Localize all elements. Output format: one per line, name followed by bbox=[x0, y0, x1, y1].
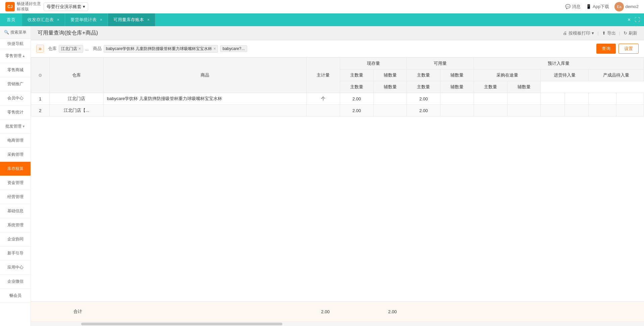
cell-incoming-aux bbox=[565, 93, 588, 105]
cell-warehouse: 江北门店【... bbox=[49, 105, 103, 117]
footer-avail-main: 2.00 bbox=[376, 307, 409, 316]
sidebar-item-ecommerce-label: 电商管理 bbox=[7, 138, 23, 143]
th-prod-main: 主数量 bbox=[474, 81, 507, 93]
cell-incoming-main bbox=[541, 105, 565, 117]
sidebar-item-purchase-label: 采购管理 bbox=[7, 152, 23, 157]
sidebar-item-retail-mall[interactable]: 零售商城 bbox=[0, 63, 31, 77]
sidebar-item-retail-mgmt[interactable]: 零售管理 ▲ bbox=[0, 49, 31, 63]
sidebar-item-newuser[interactable]: 新手引导 bbox=[0, 246, 31, 261]
footer-purchase-main bbox=[443, 310, 476, 314]
column-settings-icon[interactable]: ⚙ bbox=[38, 73, 42, 78]
sidebar-item-weixin-label: 企业微信 bbox=[7, 279, 23, 284]
product1-remove-btn[interactable]: × bbox=[213, 46, 216, 51]
th-stock-main: 主数量 bbox=[340, 69, 373, 81]
th-purchase-aux: 辅数量 bbox=[373, 81, 407, 93]
sidebar-item-weixin[interactable]: 企业微信 bbox=[0, 275, 31, 289]
sidebar-item-appcenter[interactable]: 应用中心 bbox=[0, 261, 31, 275]
page-header: 可用量查询(按仓库+商品) 🖨 按模板打印 ▾ | ⬆ 导出 | ↻ 刷新 bbox=[31, 26, 644, 40]
tab-expand-btn[interactable]: ⛶ bbox=[633, 15, 641, 24]
cell-index: 1 bbox=[31, 93, 50, 105]
footer-avail-aux bbox=[409, 310, 443, 314]
filter-toggle-btn[interactable]: » bbox=[36, 45, 44, 53]
logo-main-text: 畅捷通好生意 bbox=[17, 1, 41, 7]
th-purchase-main: 主数量 bbox=[340, 81, 373, 93]
th-prod-aux: 辅数量 bbox=[507, 81, 541, 93]
warehouse-value: 江北门店 bbox=[61, 46, 77, 52]
sidebar-search[interactable]: 🔍 搜索菜单 bbox=[0, 26, 31, 39]
tab-inventory[interactable]: 可用量库存账本 × bbox=[108, 13, 155, 26]
download-action[interactable]: 📱 App下载 bbox=[586, 4, 609, 10]
th-settings[interactable]: ⚙ bbox=[31, 58, 50, 93]
cell-prod-aux bbox=[616, 93, 644, 105]
message-action[interactable]: 💬 消息 bbox=[565, 4, 581, 10]
tab-close-all-btn[interactable]: × bbox=[626, 15, 632, 24]
cell-purchase-main bbox=[474, 105, 507, 117]
main-layout: 🔍 搜索菜单 快捷导航 零售管理 ▲ 零售商城 营销推广 会员中心 零售统计 批… bbox=[0, 26, 644, 326]
th-incoming-wait: 进货待入量 bbox=[541, 69, 589, 81]
print-template-btn[interactable]: 🖨 按模板打印 ▾ bbox=[563, 30, 594, 36]
user-action[interactable]: Ea demo2 bbox=[614, 2, 639, 11]
tab-receipts-label: 收发存汇总表 bbox=[28, 17, 54, 23]
sidebar-quick-nav-label: 快捷导航 bbox=[7, 41, 23, 46]
tab-receipts-close[interactable]: × bbox=[57, 17, 59, 22]
sidebar-item-system[interactable]: 系统管理 bbox=[0, 218, 31, 232]
footer-summary-label: 合计 bbox=[58, 307, 98, 317]
sidebar-item-member2[interactable]: 畅会员 bbox=[0, 289, 31, 303]
sidebar-item-retail-mgmt-label: 零售管理 bbox=[5, 53, 21, 59]
bottom-scrollbar[interactable] bbox=[31, 321, 644, 326]
sidebar-item-inventory-check-label: 库存核算 bbox=[7, 166, 23, 172]
sidebar-item-purchase[interactable]: 采购管理 bbox=[0, 148, 31, 162]
th-warehouse: 仓库 bbox=[49, 58, 103, 93]
tab-orders[interactable]: 要货单统计表 × bbox=[65, 13, 108, 26]
logo-sub-text: 标准版 bbox=[17, 7, 41, 12]
product-tag2: babycare?... bbox=[220, 45, 247, 52]
logo-abbr: CJ bbox=[7, 4, 12, 9]
tab-home-label: 首页 bbox=[7, 17, 15, 23]
th-incoming-main: 主数量 bbox=[407, 81, 440, 93]
warehouse-label: 仓库 bbox=[48, 46, 57, 52]
refresh-btn[interactable]: ↻ 刷新 bbox=[624, 30, 637, 36]
sidebar-item-basic[interactable]: 基础信息 bbox=[0, 204, 31, 218]
cell-prod-aux bbox=[616, 105, 644, 117]
tab-inventory-close[interactable]: × bbox=[147, 17, 150, 22]
product-value2: babycare?... bbox=[222, 46, 245, 51]
sidebar-item-retail-stats[interactable]: 零售统计 bbox=[0, 105, 31, 120]
cell-warehouse: 江北门店 bbox=[49, 93, 103, 105]
refresh-label: 刷新 bbox=[629, 30, 637, 36]
industry-selector[interactable]: 母婴行业演示账套 ▾ bbox=[44, 2, 88, 11]
refresh-icon: ↻ bbox=[624, 31, 627, 36]
tab-orders-close[interactable]: × bbox=[100, 17, 102, 22]
tab-inventory-label: 可用量库存账本 bbox=[113, 17, 144, 23]
sidebar-item-retail-mall-label: 零售商城 bbox=[7, 67, 23, 73]
sidebar-item-finance[interactable]: 资金管理 bbox=[0, 176, 31, 190]
cell-avail-main: 2.00 bbox=[407, 93, 440, 105]
sidebar-quick-nav[interactable]: 快捷导航 bbox=[0, 39, 31, 49]
sidebar-item-inventory-check[interactable]: 库存核算 bbox=[0, 162, 31, 176]
warehouse-more-btn[interactable]: ... bbox=[85, 46, 89, 51]
th-available: 可用量 bbox=[407, 58, 474, 69]
sidebar-item-enterprise-label: 企业协同 bbox=[7, 236, 23, 242]
scroll-thumb[interactable] bbox=[81, 323, 282, 325]
footer-prod-aux bbox=[610, 310, 644, 314]
th-purchase-transit: 采购在途量 bbox=[474, 69, 541, 81]
sidebar-item-wholesale-label: 批发管理 bbox=[5, 124, 21, 129]
search-icon: 🔍 bbox=[4, 30, 9, 35]
warehouse-remove-btn[interactable]: × bbox=[78, 46, 81, 51]
cell-stock-aux bbox=[373, 105, 407, 117]
th-incoming-aux: 辅数量 bbox=[440, 81, 474, 93]
settings-btn[interactable]: 设置 bbox=[619, 44, 639, 54]
cell-incoming-main bbox=[541, 93, 565, 105]
tab-home[interactable]: 首页 bbox=[0, 13, 22, 26]
sidebar-item-member[interactable]: 会员中心 bbox=[0, 91, 31, 105]
sidebar-item-operations[interactable]: 经营管理 bbox=[0, 190, 31, 204]
tab-bar: 首页 收发存汇总表 × 要货单统计表 × 可用量库存账本 × × ⛶ bbox=[0, 13, 644, 26]
filter-actions: 查询 设置 bbox=[596, 44, 639, 54]
sidebar-item-marketing[interactable]: 营销推广 bbox=[0, 77, 31, 91]
export-btn[interactable]: ⬆ 导出 bbox=[602, 30, 616, 36]
tab-receipts[interactable]: 收发存汇总表 × bbox=[22, 13, 65, 26]
sidebar-item-wholesale[interactable]: 批发管理 ▼ bbox=[0, 120, 31, 134]
sidebar-item-member2-label: 畅会员 bbox=[9, 293, 21, 298]
query-btn[interactable]: 查询 bbox=[596, 44, 616, 54]
sidebar-item-enterprise[interactable]: 企业协同 bbox=[0, 232, 31, 246]
sidebar-item-ecommerce[interactable]: 电商管理 bbox=[0, 134, 31, 148]
